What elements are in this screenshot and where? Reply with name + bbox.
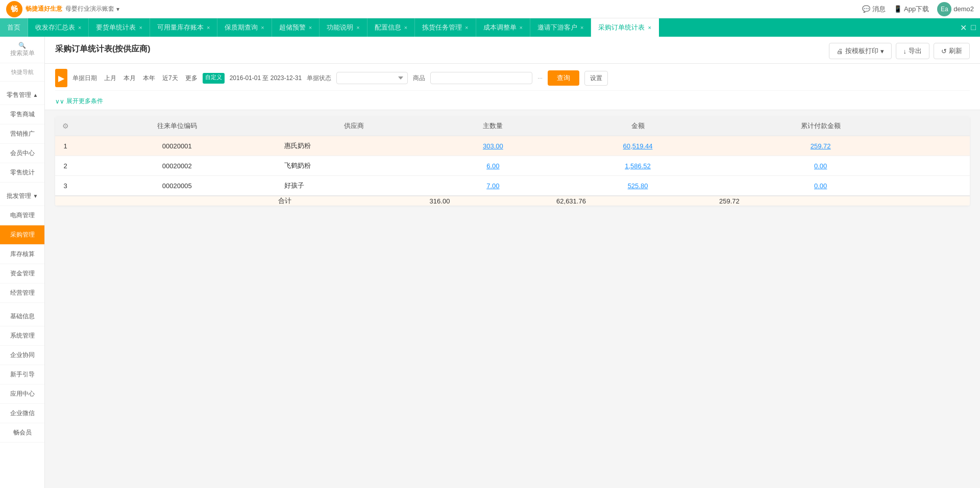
sidebar-app-center-label: 应用中心 [10,390,35,397]
sidebar-item-enterprise-wechat[interactable]: 企业微信 [0,404,44,423]
sidebar-item-finance-mgmt[interactable]: 资金管理 [0,264,44,284]
tab-home[interactable]: 首页 [0,18,28,37]
sidebar-item-marketing[interactable]: 营销推广 [0,124,44,144]
row-paid-2[interactable]: 0.00 [719,156,922,176]
sidebar-item-enterprise-collab[interactable]: 企业协同 [0,346,44,365]
sidebar-item-purchase-mgmt[interactable]: 采购管理 [0,225,44,245]
table-row[interactable]: 2 00020002 飞鹤奶粉 6.00 1,586.52 0.00 [55,156,970,176]
sidebar-item-retail-mall[interactable]: 零售商城 [0,105,44,124]
tab-overstock-close[interactable]: × [309,24,312,31]
tab-cost-adjust-close[interactable]: × [520,24,523,31]
sidebar-basic-info-label: 基础信息 [10,313,35,320]
app-download-button[interactable]: 📱 App下载 [894,5,929,14]
sidebar-item-inventory-check[interactable]: 库存核算 [0,245,44,264]
tab-purchase-stat-close[interactable]: × [648,24,651,31]
sidebar-item-system-mgmt[interactable]: 系统管理 [0,326,44,346]
row-amount-2[interactable]: 1,586.52 [556,156,719,176]
tab-collect-send-close[interactable]: × [78,24,81,31]
tab-goods-stat-close[interactable]: × [139,24,142,31]
tab-func-desc-close[interactable]: × [356,24,359,31]
tab-purchase-stat[interactable]: 采购订单统计表 × [591,18,658,37]
table-settings-icon[interactable]: ⚙ [62,122,69,130]
tab-expiry-query-close[interactable]: × [261,24,264,31]
table-row[interactable]: 3 00020005 好孩子 7.00 525.80 0.00 [55,176,970,196]
tab-goods-stat-label: 要货单统计表 [96,23,136,32]
message-button[interactable]: 💬 消息 [862,5,886,14]
tab-expiry-query[interactable]: 保质期查询 × [217,18,272,37]
shortcut-7days[interactable]: 近7天 [160,73,180,84]
tab-invite-downstream[interactable]: 邀请下游客户 × [530,18,591,37]
workspace-arrow-icon: ▾ [116,6,119,13]
sidebar-item-retail-stat[interactable]: 零售统计 [0,163,44,183]
filter-collapse-button[interactable]: ▶ [55,69,67,87]
tab-stock-book-close[interactable]: × [207,24,210,31]
sidebar-quick-nav[interactable]: 快捷导航 [0,63,44,82]
tab-config-info-close[interactable]: × [404,24,407,31]
refresh-icon: ↺ [941,47,947,55]
shortcut-this-month[interactable]: 本月 [121,73,138,84]
print-button[interactable]: 🖨 按模板打印 ▾ [829,43,892,59]
shortcut-this-year[interactable]: 本年 [141,73,157,84]
sidebar-item-member[interactable]: 畅会员 [0,423,44,443]
sidebar-item-app-center[interactable]: 应用中心 [0,384,44,404]
tab-collect-send[interactable]: 收发存汇总表 × [28,18,89,37]
tab-goods-stat[interactable]: 要货单统计表 × [89,18,150,37]
tab-pick-task-close[interactable]: × [465,24,468,31]
shortcut-more[interactable]: 更多 [183,73,200,84]
tab-overstock[interactable]: 超储预警 × [272,18,320,37]
close-tab-action[interactable]: ✕ [960,23,967,33]
tab-home-label: 首页 [7,23,20,32]
date-filter-label: 单据日期 [72,74,97,83]
tab-cost-adjust[interactable]: 成本调整单 × [476,18,530,37]
settings-button[interactable]: 设置 [584,71,608,86]
sidebar-enterprise-collab-label: 企业协同 [10,351,35,358]
row-quantity-1[interactable]: 303.00 [430,136,556,156]
workspace-name: 母婴行业演示账套 [65,5,114,13]
workspace-selector[interactable]: 母婴行业演示账套 ▾ [65,5,119,13]
sidebar-search[interactable]: 🔍 搜索菜单 [0,37,44,63]
user-area[interactable]: Ea demo2 [937,2,974,16]
export-button[interactable]: ↓ 导出 [896,43,930,59]
tab-config-info[interactable]: 配置信息 × [368,18,415,37]
sidebar-item-retail-mgmt[interactable]: 零售管理 ▲ [0,86,44,105]
row-paid-1[interactable]: 259.72 [719,136,922,156]
goods-more-icon[interactable]: ··· [537,74,543,82]
export-label: 导出 [909,46,922,56]
tab-invite-downstream-close[interactable]: × [580,24,583,31]
shortcut-last-month[interactable]: 上月 [102,73,118,84]
export-icon: ↓ [903,47,907,55]
refresh-button[interactable]: ↺ 刷新 [934,43,970,59]
row-amount-1[interactable]: 60,519.44 [556,136,719,156]
sidebar-system-mgmt-label: 系统管理 [10,332,35,339]
sidebar-item-operation-mgmt[interactable]: 经营管理 [0,284,44,303]
tab-stock-book[interactable]: 可用量库存账本 × [150,18,217,37]
sidebar-item-new-guide[interactable]: 新手引导 [0,365,44,384]
top-bar: 畅 畅捷通好生意 母婴行业演示账套 ▾ 💬 消息 📱 App下载 Ea demo… [0,0,980,18]
table-foot: 合计 316.00 62,631.76 259.72 [55,196,970,206]
table-body: 1 00020001 惠氏奶粉 303.00 60,519.44 259.72 … [55,136,970,196]
logo-text: 畅捷通好生意 [26,5,62,13]
sidebar-search-label: 搜索菜单 [10,49,35,57]
table-row[interactable]: 1 00020001 惠氏奶粉 303.00 60,519.44 259.72 [55,136,970,156]
tab-pick-task[interactable]: 拣货任务管理 × [415,18,476,37]
sidebar-item-wholesale-mgmt[interactable]: 批发管理 ▼ [0,187,44,206]
user-name: demo2 [953,5,974,13]
summary-empty-1 [55,196,76,206]
row-paid-3[interactable]: 0.00 [719,176,922,196]
sidebar-item-basic-info[interactable]: 基础信息 [0,307,44,326]
row-amount-3[interactable]: 525.80 [556,176,719,196]
row-quantity-3[interactable]: 7.00 [430,176,556,196]
sidebar-item-member-center[interactable]: 会员中心 [0,144,44,163]
goods-input[interactable] [430,72,532,84]
wholesale-expand-icon: ▼ [33,193,38,199]
tab-func-desc[interactable]: 功能说明 × [320,18,367,37]
expand-more-button[interactable]: ∨∨ 展开更多条件 [55,97,970,106]
expand-tab-action[interactable]: □ [971,23,976,32]
status-select[interactable] [336,72,408,84]
query-button[interactable]: 查询 [548,70,579,86]
row-quantity-2[interactable]: 6.00 [430,156,556,176]
sidebar-item-ecommerce[interactable]: 电商管理 [0,206,44,225]
expand-down-icon: ∨∨ [55,98,64,105]
row-supplier-2: 飞鹤奶粉 [278,156,429,176]
refresh-label: 刷新 [949,46,962,56]
